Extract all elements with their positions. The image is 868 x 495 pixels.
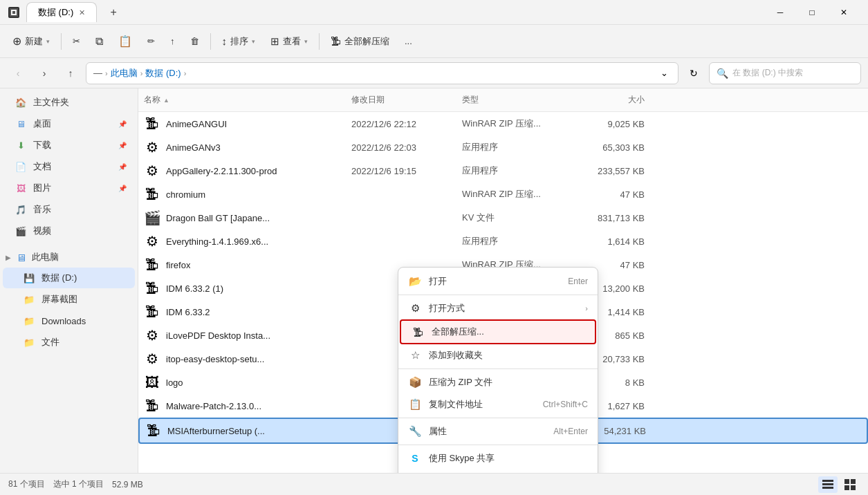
- table-row[interactable]: ⚙ AppGallery-2.2.11.300-prod 2022/12/6 1…: [138, 159, 868, 183]
- file-name: firefox: [166, 260, 190, 270]
- sidebar-label-drive: 数据 (D:): [41, 272, 77, 284]
- copy-button[interactable]: ⧉: [89, 32, 110, 51]
- rename-button[interactable]: ✏: [140, 32, 162, 50]
- table-row[interactable]: ⚙ AnimeGANv3 2022/12/6 22:03 应用程序 65,303…: [138, 136, 868, 159]
- breadcrumb-pc[interactable]: 此电脑: [111, 67, 138, 80]
- file-name: itop-easy-desktop-setu...: [166, 354, 264, 364]
- table-row[interactable]: 🗜 AnimeGANGUI 2022/12/6 22:12 WinRAR ZIP…: [138, 112, 868, 136]
- menu-item-icon: 🔧: [408, 424, 422, 438]
- view-button[interactable]: ⊞ 查看 ▾: [264, 32, 315, 51]
- search-icon: 🔍: [717, 68, 728, 79]
- share-button[interactable]: ↑: [163, 32, 182, 50]
- sidebar-label-desktop: 桌面: [33, 118, 51, 130]
- search-placeholder: 在 数据 (D:) 中搜索: [732, 67, 803, 79]
- file-name: IDM 6.33.2: [166, 307, 210, 317]
- svg-rect-2: [12, 11, 15, 14]
- new-icon: ⊕: [12, 35, 21, 48]
- folder-icon-screenshot: 📁: [22, 292, 36, 306]
- context-menu-item[interactable]: 🔧 属性 Alt+Enter: [398, 420, 598, 442]
- context-menu-item[interactable]: ⚙ 打开方式 ›: [398, 297, 598, 319]
- status-size: 52.9 MB: [112, 480, 143, 489]
- context-menu-item[interactable]: S 使用 Skype 共享: [398, 447, 598, 469]
- grid-view-button[interactable]: [840, 476, 860, 493]
- close-button[interactable]: ✕: [828, 0, 860, 25]
- tab-close-button[interactable]: ✕: [79, 8, 85, 17]
- up-button[interactable]: ↑: [59, 62, 82, 84]
- sidebar-label-screenshot: 屏幕截图: [41, 293, 77, 306]
- table-row[interactable]: 🗜 chromium WinRAR ZIP 压缩... 47 KB: [138, 183, 868, 206]
- sidebar-item-docs[interactable]: 📄 文档 📌: [3, 156, 135, 177]
- breadcrumb-drive[interactable]: 数据 (D:): [145, 67, 181, 80]
- expand-icon: ▶: [6, 254, 11, 261]
- rename-icon: ✏: [147, 36, 155, 46]
- main-layout: 🏠 主文件夹 🖥 桌面 📌 ⬇ 下载 📌 📄 文档 📌 🖼 图片 📌 🎵 音乐: [0, 88, 868, 473]
- copy-icon: ⧉: [95, 35, 103, 48]
- svg-rect-6: [844, 479, 849, 484]
- minimize-button[interactable]: ─: [764, 0, 796, 25]
- context-menu-item[interactable]: ☰ 显示更多选项 Shift+F10: [398, 469, 598, 473]
- paste-button[interactable]: 📋: [111, 31, 139, 51]
- menu-item-label: 打开方式: [429, 302, 578, 315]
- col-header-name[interactable]: 名称 ▲: [138, 91, 346, 109]
- forward-button[interactable]: ›: [33, 62, 55, 84]
- file-icon: ⚙: [144, 162, 160, 179]
- list-view-button[interactable]: [818, 476, 838, 493]
- new-tab-button[interactable]: +: [104, 3, 123, 22]
- toolbar-separator-2: [210, 33, 211, 50]
- sidebar-item-drive[interactable]: 💾 数据 (D:): [3, 268, 135, 288]
- context-menu-item[interactable]: 📋 复制文件地址 Ctrl+Shift+C: [398, 393, 598, 415]
- sidebar-item-screenshot[interactable]: 📁 屏幕截图: [3, 289, 135, 310]
- menu-item-label: 压缩为 ZIP 文件: [429, 376, 588, 389]
- context-menu-item[interactable]: 🗜 全部解压缩...: [400, 319, 596, 344]
- breadcrumb-expand-button[interactable]: ⌄: [657, 66, 671, 80]
- table-row[interactable]: ⚙ Everything-1.4.1.969.x6... 应用程序 1,614 …: [138, 230, 868, 253]
- file-type: WinRAR ZIP 压缩...: [456, 115, 567, 132]
- context-menu-item[interactable]: ☆ 添加到收藏夹: [398, 344, 598, 366]
- address-bar: ‹ › ↑ — › 此电脑 › 数据 (D:) › ⌄ ↻ 🔍 在 数据 (D:…: [0, 58, 868, 88]
- file-list-header: 名称 ▲ 修改日期 类型 大小: [138, 88, 868, 112]
- col-header-type[interactable]: 类型: [456, 91, 567, 109]
- menu-item-label: 打开: [429, 275, 561, 288]
- sidebar-item-video[interactable]: 🎬 视频: [3, 221, 135, 241]
- title-bar-tab[interactable]: 数据 (D:) ✕: [26, 2, 97, 22]
- sidebar-item-music[interactable]: 🎵 音乐: [3, 199, 135, 220]
- file-date: 2022/12/6 19:15: [346, 164, 456, 178]
- file-icon: ⚙: [144, 351, 160, 367]
- maximize-button[interactable]: □: [796, 0, 828, 25]
- sort-button[interactable]: ↕ 排序 ▾: [215, 32, 263, 51]
- sidebar-item-download[interactable]: ⬇ 下载 📌: [3, 135, 135, 156]
- col-header-modified[interactable]: 修改日期: [346, 91, 456, 109]
- file-icon: 🖼: [144, 374, 160, 391]
- sidebar-item-pics[interactable]: 🖼 图片 📌: [3, 178, 135, 198]
- extract-button[interactable]: 🗜 全部解压缩: [324, 32, 396, 51]
- menu-item-shortcut: Alt+Enter: [553, 427, 588, 436]
- file-type: 应用程序: [456, 139, 567, 156]
- sidebar-item-downloads-folder[interactable]: 📁 Downloads: [3, 310, 135, 331]
- file-name: Malware-Patch-2.13.0...: [166, 401, 261, 411]
- menu-item-label: 复制文件地址: [429, 398, 536, 411]
- context-menu-item[interactable]: 📦 压缩为 ZIP 文件: [398, 371, 598, 393]
- sidebar-item-files[interactable]: 📁 文件: [3, 332, 135, 353]
- context-menu-item[interactable]: 📂 打开 Enter: [398, 270, 598, 292]
- delete-button[interactable]: 🗑: [183, 32, 206, 50]
- sidebar-label-music: 音乐: [33, 203, 51, 216]
- menu-separator-3: [398, 418, 598, 418]
- table-row[interactable]: 🎬 Dragon Ball GT [Japane... KV 文件 831,71…: [138, 206, 868, 230]
- search-box[interactable]: 🔍 在 数据 (D:) 中搜索: [709, 62, 861, 84]
- more-button[interactable]: ...: [398, 32, 419, 50]
- breadcrumb-separator-2: ›: [140, 69, 143, 77]
- file-icon: 🗜: [144, 115, 160, 132]
- sidebar-item-desktop[interactable]: 🖥 桌面 📌: [3, 113, 135, 134]
- col-header-size[interactable]: 大小: [567, 91, 650, 109]
- docs-icon: 📄: [14, 160, 28, 174]
- back-button[interactable]: ‹: [7, 62, 29, 84]
- breadcrumb[interactable]: — › 此电脑 › 数据 (D:) › ⌄: [86, 62, 678, 84]
- sidebar-item-home[interactable]: 🏠 主文件夹: [3, 92, 135, 113]
- refresh-button[interactable]: ↻: [683, 62, 705, 84]
- sort-chevron-icon: ▾: [252, 38, 255, 45]
- new-button[interactable]: ⊕ 新建 ▾: [6, 31, 57, 51]
- file-size: 1,614 KB: [567, 234, 650, 249]
- file-icon: ⚙: [144, 233, 160, 250]
- cut-button[interactable]: ✂: [66, 32, 87, 50]
- sidebar-pc-expand[interactable]: ▶ 🖥 此电脑: [0, 248, 138, 267]
